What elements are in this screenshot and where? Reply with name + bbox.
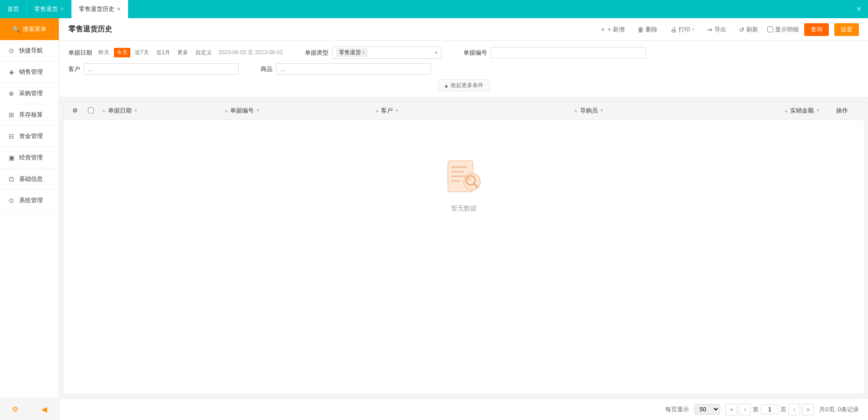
empty-state: 暂无数据 — [63, 120, 864, 249]
tab-retail-return-close[interactable]: × — [61, 6, 64, 12]
sidebar-item-basic-label: 基础信息 — [19, 175, 43, 183]
delete-button[interactable]: 🗑 删除 — [634, 24, 661, 36]
page-suffix: 页 — [781, 405, 786, 414]
sort-icon-guide-up[interactable]: ▲ — [574, 108, 578, 113]
date-btn-7days[interactable]: 近7天 — [132, 48, 152, 57]
th-settings[interactable]: ⚙ — [67, 107, 83, 114]
sort-icon-amount-down[interactable]: ▼ — [816, 108, 820, 113]
tab-home[interactable]: 首页 — [0, 0, 27, 18]
search-icon: 🔍 — [13, 26, 20, 33]
collapse-filter-button[interactable]: ▲ 收起更多条件 — [438, 79, 490, 92]
new-button[interactable]: ＋ + 新增 — [596, 24, 628, 36]
page-size-select[interactable]: 50 10 20 100 — [694, 404, 720, 415]
system-icon: ⊙ — [7, 196, 15, 205]
sidebar-item-system[interactable]: ⊙ 系统管理 — [0, 190, 59, 211]
print-label: 打印 — [678, 26, 690, 34]
refresh-label: 刷新 — [746, 26, 758, 34]
setting-button[interactable]: 设置 — [834, 23, 859, 36]
sidebar-bottom: ⚙ ◀ — [0, 398, 59, 420]
page-nav: « ‹ 第 页 › » — [725, 404, 814, 415]
tab-home-label: 首页 — [7, 5, 19, 13]
date-btn-more[interactable]: 更多 — [175, 48, 191, 57]
sidebar: 🔍 搜索菜单 ⊙ 快捷导航 ◈ 销售管理 ⊕ 采购管理 ⊞ 库存核算 ⊟ 资金管… — [0, 18, 59, 420]
collapse-icon: ▲ — [444, 82, 449, 89]
goods-input[interactable] — [276, 63, 431, 75]
page-last-button[interactable]: » — [802, 404, 814, 415]
show-detail-input[interactable] — [767, 26, 773, 32]
sidebar-item-basic[interactable]: ⊡ 基础信息 — [0, 169, 59, 190]
table-header: ⚙ ▲ 单据日期 ▼ ▲ 单据编号 ▼ ▲ 客户 ▼ — [63, 102, 864, 120]
sort-icon-guide-down[interactable]: ▼ — [600, 108, 604, 113]
sidebar-item-operations[interactable]: ▣ 经营管理 — [0, 147, 59, 169]
sidebar-item-quick-nav[interactable]: ⊙ 快捷导航 — [0, 40, 59, 61]
tab-retail-return[interactable]: 零售退货 × — [27, 0, 72, 18]
date-filter-label: 单据日期 — [68, 49, 92, 57]
sort-icon-date-down[interactable]: ▼ — [134, 108, 138, 113]
date-btn-today[interactable]: 今天 — [114, 48, 130, 57]
query-button[interactable]: 查询 — [804, 23, 829, 36]
page-label: 第 — [753, 405, 759, 414]
sidebar-item-sales-label: 销售管理 — [19, 68, 43, 76]
tab-retail-return-history-close[interactable]: × — [117, 6, 120, 12]
show-detail-checkbox[interactable]: 显示明细 — [767, 26, 799, 34]
sort-icon-customer-up[interactable]: ▲ — [375, 108, 379, 113]
sidebar-item-sales[interactable]: ◈ 销售管理 — [0, 61, 59, 83]
svg-rect-2 — [451, 171, 464, 173]
window-close-button[interactable]: × — [850, 0, 868, 18]
date-btn-custom[interactable]: 自定义 — [193, 48, 215, 57]
sort-icon-bill-no-down[interactable]: ▼ — [256, 108, 260, 113]
select-all-checkbox[interactable] — [88, 108, 94, 113]
purchase-icon: ⊕ — [7, 89, 15, 97]
page-next-button[interactable]: › — [788, 404, 800, 415]
bill-type-label: 单据类型 — [305, 49, 329, 57]
operations-icon: ▣ — [7, 154, 15, 162]
customer-filter: 客户 — [68, 63, 239, 75]
total-label: 共0页, 0条记录 — [819, 405, 859, 414]
new-label: + 新增 — [608, 26, 625, 34]
sort-icon-date-up[interactable]: ▲ — [102, 108, 106, 113]
goods-filter-label: 商品 — [261, 65, 272, 73]
bill-type-select[interactable]: 零售退货 × ▾ — [332, 46, 442, 59]
empty-icon — [441, 156, 487, 197]
page-input[interactable] — [760, 405, 779, 414]
collapse-sidebar-icon[interactable]: ◀ — [41, 405, 47, 414]
top-nav-bar: 首页 零售退货 × 零售退货历史 × × — [0, 0, 868, 18]
bill-type-tag: 零售退货 × — [336, 48, 368, 57]
sort-icon-customer-down[interactable]: ▼ — [395, 108, 399, 113]
query-label: 查询 — [811, 26, 822, 33]
quick-nav-icon: ⊙ — [7, 46, 15, 55]
print-arrow-icon: ▾ — [692, 27, 694, 32]
print-button[interactable]: 🖨 打印 ▾ — [667, 24, 698, 36]
th-bill-no-label: 单据编号 — [230, 107, 254, 115]
bill-type-tag-value: 零售退货 — [339, 49, 361, 56]
page-first-button[interactable]: « — [725, 404, 737, 415]
date-btn-1month[interactable]: 近1月 — [154, 48, 173, 57]
sidebar-search[interactable]: 🔍 搜索菜单 — [0, 18, 59, 40]
th-checkbox[interactable] — [83, 108, 98, 113]
settings-col-icon[interactable]: ⚙ — [72, 107, 78, 114]
customer-input[interactable] — [84, 63, 239, 75]
basic-icon: ⊡ — [7, 175, 15, 183]
page-header: 零售退货历史 ＋ + 新增 🗑 删除 🖨 打印 ▾ ⇒ 导出 — [59, 18, 868, 41]
export-button[interactable]: ⇒ 导出 — [704, 24, 730, 36]
date-shortcuts: 昨天 今天 近7天 近1月 更多 自定义 — [96, 48, 215, 57]
sidebar-item-system-label: 系统管理 — [19, 196, 43, 205]
sidebar-item-inventory[interactable]: ⊞ 库存核算 — [0, 104, 59, 126]
bill-type-remove-icon[interactable]: × — [362, 50, 365, 55]
sort-icon-bill-no-up[interactable]: ▲ — [224, 108, 228, 113]
bill-no-filter: 单据编号 — [463, 47, 646, 58]
sidebar-item-purchase[interactable]: ⊕ 采购管理 — [0, 83, 59, 104]
settings-bottom-icon[interactable]: ⚙ — [12, 405, 18, 414]
date-btn-yesterday[interactable]: 昨天 — [96, 48, 112, 57]
th-action-label: 操作 — [836, 107, 848, 115]
filter-area: 单据日期 昨天 今天 近7天 近1月 更多 自定义 2023-06-02 至 2… — [59, 41, 868, 97]
tab-retail-return-history[interactable]: 零售退货历史 × — [72, 0, 128, 18]
refresh-button[interactable]: ↺ 刷新 — [735, 24, 762, 36]
empty-text: 暂无数据 — [451, 205, 477, 213]
sort-icon-amount-up[interactable]: ▲ — [784, 108, 788, 113]
finance-icon: ⊟ — [7, 132, 15, 140]
sidebar-item-finance[interactable]: ⊟ 资金管理 — [0, 126, 59, 147]
tab-retail-return-label: 零售退货 — [34, 5, 58, 13]
bill-no-input[interactable] — [491, 47, 646, 58]
page-prev-button[interactable]: ‹ — [739, 404, 751, 415]
